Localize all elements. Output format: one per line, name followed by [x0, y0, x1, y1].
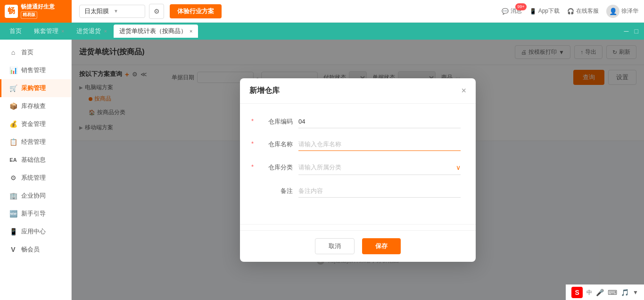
tab-purchase-return-label: 进货退货 [76, 27, 101, 35]
content-area: 进货单统计(按商品) 🖨 按模板打印 ▼ ↑ 导出 ↻ 刷新 [72, 40, 644, 300]
messages-button[interactable]: 💬 消息 99+ [502, 7, 522, 15]
avatar: 👤 [606, 5, 619, 18]
operations-icon: 📋 [9, 138, 17, 146]
app-download-button[interactable]: 📱 App下载 [529, 7, 560, 15]
store-name: 日太阳膜 [84, 7, 111, 16]
store-dropdown-arrow: ▼ [114, 8, 140, 14]
sidebar-item-system[interactable]: ⚙ 系统管理 [0, 169, 71, 187]
warehouse-code-input[interactable] [298, 115, 461, 128]
sidebar-item-vip[interactable]: V 畅会员 [0, 241, 71, 258]
cancel-button[interactable]: 取消 [315, 238, 355, 254]
modal-overlay: 新增仓库 × 仓库编码 仓库名称 仓库 [72, 40, 644, 300]
bottom-icon-chinese[interactable]: 中 [586, 289, 592, 297]
sidebar-item-operations[interactable]: 📋 经营管理 [0, 133, 71, 151]
logo-area: 畅 畅捷通好生意 精易版 [0, 0, 72, 23]
sidebar: ⌂ 首页 📊 销售管理 🛒 采购管理 📦 库存核查 💰 资金管理 📋 经营管理 … [0, 40, 72, 300]
basic-icon: EA [9, 157, 17, 163]
sidebar-operations-label: 经营管理 [21, 138, 46, 146]
warehouse-remark-input[interactable] [298, 184, 461, 198]
modal-header: 新增仓库 × [240, 78, 476, 104]
bottom-icon-music[interactable]: 🎵 [621, 289, 629, 296]
apps-icon: 📱 [9, 228, 17, 235]
enterprise-icon: 🏢 [9, 192, 17, 200]
bottom-icon-mic[interactable]: 🎤 [596, 289, 604, 296]
sidebar-item-basic[interactable]: EA 基础信息 [0, 151, 71, 169]
add-warehouse-modal: 新增仓库 × 仓库编码 仓库名称 仓库 [240, 78, 476, 262]
user-avatar-button[interactable]: 👤 徐泽华 [606, 5, 638, 18]
inventory-icon: 📦 [9, 102, 17, 110]
sidebar-item-inventory[interactable]: 📦 库存核查 [0, 97, 71, 115]
tab-bar: 首页 账套管理 × 进货退货 × 进货单统计表（按商品） × ─ □ [0, 23, 644, 40]
sidebar-sales-label: 销售管理 [21, 66, 46, 75]
warehouse-category-label: 仓库分类 [255, 163, 293, 172]
warehouse-name-input[interactable] [298, 138, 461, 151]
sidebar-vip-label: 畅会员 [21, 245, 40, 254]
modal-title: 新增仓库 [249, 86, 280, 96]
modal-divider [240, 224, 476, 225]
tab-right-buttons: ─ □ [622, 26, 640, 36]
username-label: 徐泽华 [621, 7, 638, 15]
phone-icon: 📱 [529, 8, 537, 15]
tab-purchase-stats[interactable]: 进货单统计表（按商品） × [114, 25, 198, 38]
finance-icon: 💰 [9, 120, 17, 128]
tab-purchase-stats-close[interactable]: × [190, 28, 192, 34]
warehouse-code-label: 仓库编码 [255, 117, 293, 126]
tab-purchase-return-close[interactable]: × [104, 28, 107, 34]
logo-icon: 畅 [5, 5, 18, 18]
sidebar-system-label: 系统管理 [21, 174, 46, 182]
sidebar-item-enterprise[interactable]: 🏢 企业协同 [0, 187, 71, 205]
sidebar-item-apps[interactable]: 📱 应用中心 [0, 223, 71, 241]
sidebar-purchase-label: 采购管理 [21, 84, 46, 92]
store-selector[interactable]: 日太阳膜 ▼ [79, 5, 145, 18]
modal-footer: 取消 保存 [240, 230, 476, 262]
home-icon: ⌂ [9, 49, 17, 56]
headset-icon: 🎧 [567, 8, 574, 15]
warehouse-name-label: 仓库名称 [255, 140, 293, 149]
warehouse-code-field: 仓库编码 [255, 115, 461, 128]
warehouse-name-field: 仓库名称 [255, 138, 461, 151]
sidebar-enterprise-label: 企业协同 [21, 192, 46, 200]
tab-accounts-close[interactable]: × [61, 28, 64, 34]
warehouse-category-select[interactable]: 请输入所属分类 ∨ [298, 160, 461, 175]
warehouse-category-field: 仓库分类 请输入所属分类 ∨ [255, 160, 461, 175]
modal-close-button[interactable]: × [461, 86, 466, 95]
settings-button[interactable]: ⚙ [149, 4, 164, 19]
header-right: 💬 消息 99+ 📱 App下载 🎧 在线客服 👤 徐泽华 [502, 5, 638, 18]
sidebar-guide-label: 新手引导 [21, 209, 46, 218]
tab-purchase-return[interactable]: 进货退货 × [71, 25, 112, 38]
gear-icon: ⚙ [154, 8, 160, 15]
online-service-label: 在线客服 [576, 7, 599, 15]
message-icon: 💬 [502, 8, 509, 15]
s-logo: S [571, 287, 583, 298]
warehouse-category-placeholder: 请输入所属分类 [298, 163, 341, 172]
category-dropdown-arrow: ∨ [456, 164, 461, 171]
sidebar-item-home[interactable]: ⌂ 首页 [0, 43, 71, 61]
app-download-label: App下载 [538, 7, 560, 15]
bottom-icon-keyboard[interactable]: ⌨ [608, 289, 617, 296]
guide-icon: 🆕 [9, 210, 17, 217]
tab-home[interactable]: 首页 [4, 25, 27, 38]
bottom-icon-arrow[interactable]: ▼ [633, 289, 638, 296]
logo-line1: 畅捷通好生意 [21, 3, 55, 11]
top-header: 畅 畅捷通好生意 精易版 日太阳膜 ▼ ⚙ 体验行业方案 💬 消息 99+ 📱 … [0, 0, 644, 23]
save-button[interactable]: 保存 [362, 238, 401, 254]
sidebar-item-guide[interactable]: 🆕 新手引导 [0, 205, 71, 223]
sidebar-item-finance[interactable]: 💰 资金管理 [0, 115, 71, 133]
system-icon: ⚙ [9, 174, 17, 182]
sidebar-item-purchase[interactable]: 🛒 采购管理 [0, 79, 71, 97]
tab-purchase-stats-label: 进货单统计表（按商品） [119, 27, 187, 35]
tab-minimize-button[interactable]: ─ [622, 26, 631, 36]
purchase-icon: 🛒 [9, 84, 17, 92]
online-service-button[interactable]: 🎧 在线客服 [567, 7, 599, 15]
tab-accounts-label: 账套管理 [34, 27, 58, 35]
sidebar-item-sales[interactable]: 📊 销售管理 [0, 61, 71, 79]
vip-icon: V [9, 246, 17, 253]
logo-text: 畅捷通好生意 精易版 [21, 3, 55, 19]
sidebar-finance-label: 资金管理 [21, 120, 46, 128]
tab-accounts[interactable]: 账套管理 × [28, 25, 70, 38]
tab-maximize-button[interactable]: □ [633, 26, 640, 36]
trial-button[interactable]: 体验行业方案 [170, 4, 222, 18]
sidebar-inventory-label: 库存核查 [21, 102, 46, 110]
messages-badge: 99+ [515, 3, 526, 10]
warehouse-remark-field: 备注 [255, 184, 461, 198]
